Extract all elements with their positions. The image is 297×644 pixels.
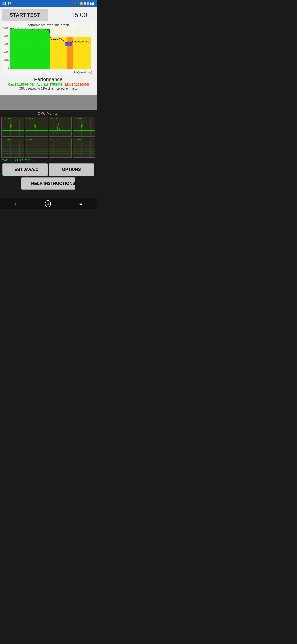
performance-stats: Max 141,597GIPS Avg 118,375GIPS Min 87,2… xyxy=(2,83,94,86)
menu-button[interactable]: ≡ xyxy=(79,201,82,206)
x-axis-label: time(interval 2min) xyxy=(74,71,92,74)
performance-graph-container: performance over time graph 100% 80% 60%… xyxy=(2,22,94,74)
top-section: START TEST 15:00:1 performance over time… xyxy=(0,7,96,95)
y-axis-labels: 100% 80% 60% 40% 20% 0 xyxy=(2,27,9,69)
throttle-text: CPU throttled to 62% of its max performa… xyxy=(2,87,94,90)
cpu-core4-graph xyxy=(73,117,95,136)
battery-icon: 51 xyxy=(90,2,94,5)
min-stat: Min 87,223GIPS xyxy=(65,83,89,86)
vibrate-icon: 📳 xyxy=(75,2,78,5)
graph-area xyxy=(10,27,91,69)
cpu-core-6: 2.01GHz xyxy=(25,138,48,158)
cpu-core7-graph xyxy=(49,138,71,157)
navigation-bar: ‹ ○ ≡ xyxy=(0,198,96,209)
y-label-0: 0 xyxy=(8,67,9,69)
start-test-button[interactable]: START TEST xyxy=(2,9,48,21)
performance-title: Performance xyxy=(2,76,94,82)
cpu-core2-graph xyxy=(25,117,48,136)
svg-rect-25 xyxy=(50,27,91,38)
cpu-core8-graph xyxy=(73,138,95,157)
cpu-core1-freq: 1.01GHz xyxy=(2,118,11,120)
mute-icon: 🔕 xyxy=(70,2,74,5)
cpu-grid-row2: 2.01GHz 2.01GHz xyxy=(1,138,95,158)
cpu-core-7: 2.01GHz xyxy=(49,138,71,158)
timer-display: 15:00:1 xyxy=(71,11,94,19)
cpu-grid-row1: 1.01GHz 1.01GHz xyxy=(1,117,95,137)
y-label-20: 20% xyxy=(4,59,9,61)
status-icons: 🔕 📳 📶 ▓ ▓ 51 xyxy=(70,2,94,5)
cpu-core-4: 1.01GHz xyxy=(72,117,95,137)
performance-section: Performance Max 141,597GIPS Avg 118,375G… xyxy=(2,76,94,93)
y-label-60: 60% xyxy=(4,43,9,45)
cpu-core2-freq: 1.01GHz xyxy=(26,118,35,120)
cpu-core3-graph xyxy=(49,117,71,136)
y-label-80: 80% xyxy=(4,35,9,38)
graph-title: performance over time graph xyxy=(2,23,94,27)
cpu-core6-freq: 2.01GHz xyxy=(26,138,35,141)
cpu-core3-freq: 1.01GHz xyxy=(49,118,58,120)
y-label-100: 100% xyxy=(3,27,9,30)
cpu-core-1: 1.01GHz xyxy=(1,117,24,137)
cpu-core5-freq: 2.01GHz xyxy=(2,138,11,141)
cpu-core-2: 1.01GHz xyxy=(25,117,48,137)
cpu-core1-graph xyxy=(2,117,24,136)
cpu-core8-freq: 2.01GHz xyxy=(73,138,82,141)
back-button[interactable]: ‹ xyxy=(14,200,16,207)
options-button[interactable]: OPTIONS xyxy=(49,164,94,176)
cpu-monitor-section: CPU Monitor 1.01GHz 1.0 xyxy=(0,110,96,193)
max-stat: Max 141,597GIPS xyxy=(7,83,34,86)
help-button[interactable]: HELP/INSTRUCTIONS xyxy=(21,177,75,190)
graph-svg xyxy=(10,27,91,69)
home-button[interactable]: ○ xyxy=(45,200,51,207)
wifi-icon: 📶 xyxy=(79,2,83,5)
status-bar: 01:17 🔕 📳 📶 ▓ ▓ 51 xyxy=(0,0,96,7)
svg-rect-21 xyxy=(50,38,67,69)
status-time: 01:17 xyxy=(2,2,11,6)
cpu-core4-freq: 1.01GHz xyxy=(73,118,82,120)
action-buttons-row: TEST JAVA/C OPTIONS xyxy=(2,164,94,176)
cpu-core5-graph xyxy=(2,138,24,157)
bottom-buttons: TEST JAVA/C OPTIONS HELP/INSTRUCTIONS xyxy=(1,164,95,190)
cpu-monitor-title: CPU Monitor xyxy=(1,111,95,116)
max-cpu-clock: MAX CPU CLOCK:2.01GHz xyxy=(1,158,95,162)
cpu-core7-freq: 2.01GHz xyxy=(49,138,58,141)
test-java-button[interactable]: TEST JAVA/C xyxy=(2,164,48,176)
cpu-core-8: 2.01GHz xyxy=(72,138,95,158)
cpu-core-5: 2.01GHz xyxy=(1,138,24,158)
avg-stat: Avg 118,375GIPS xyxy=(36,83,63,86)
signal-icon2: ▓ xyxy=(87,2,89,5)
y-label-40: 40% xyxy=(4,51,9,53)
svg-rect-20 xyxy=(10,29,50,69)
cpu-core-3: 1.01GHz xyxy=(49,117,71,137)
gray-separator xyxy=(0,95,96,110)
start-row: START TEST 15:00:1 xyxy=(2,9,94,21)
signal-icon1: ▓ xyxy=(84,2,86,5)
cpu-core6-graph xyxy=(25,138,48,157)
